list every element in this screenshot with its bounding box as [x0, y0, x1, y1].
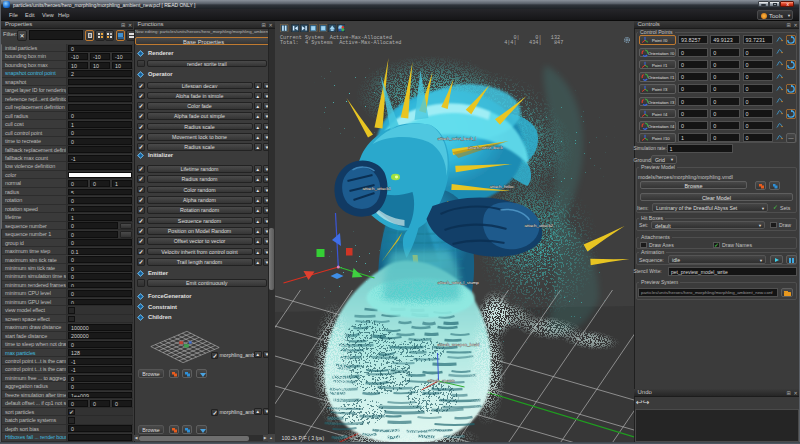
- svg-text:attach_attack2: attach_attack2: [524, 223, 553, 228]
- svg-text:100.2k P/F ( 3 fps): 100.2k P/F ( 3 fps): [281, 435, 324, 441]
- svg-text:attach_wrist_l_stump: attach_wrist_l_stump: [437, 280, 479, 285]
- svg-text:attach_attack1: attach_attack1: [362, 186, 391, 191]
- svg-text:attach_weapon_braid: attach_weapon_braid: [437, 342, 480, 347]
- svg-text:attach_wrist_back_l: attach_wrist_back_l: [437, 136, 476, 141]
- svg-text:attach_wrist_back: attach_wrist_back: [467, 145, 503, 150]
- svg-text:attach_spawn: attach_spawn: [427, 378, 455, 383]
- svg-text:attach_hitloc: attach_hitloc: [489, 184, 514, 189]
